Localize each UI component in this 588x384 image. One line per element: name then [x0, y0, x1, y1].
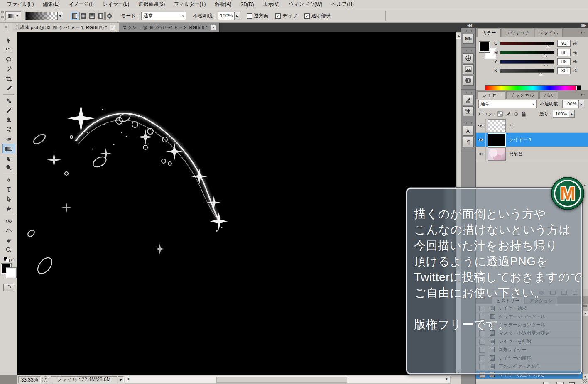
layer-fill-input[interactable]: 100%	[553, 110, 569, 118]
expand-panels-icon[interactable]: ▶▶	[581, 23, 586, 27]
menu-image[interactable]: イメージ(I)	[64, 0, 98, 9]
panel-menu-icon[interactable]: ▾≡	[579, 30, 586, 35]
zoom-tool-button[interactable]	[2, 245, 15, 254]
gradient-type-radial-button[interactable]	[79, 12, 87, 20]
new-document-from-state-button[interactable]	[543, 382, 551, 384]
marquee-tool-button[interactable]	[2, 45, 15, 55]
lock-position-icon[interactable]	[513, 111, 519, 117]
history-scrollbar[interactable]: ▲ ▼	[582, 304, 588, 380]
healing-brush-tool-button[interactable]	[2, 96, 15, 105]
layer-thumbnail[interactable]	[488, 133, 506, 147]
drag-handle[interactable]	[464, 30, 473, 32]
eyedropper-tool-button[interactable]	[2, 83, 15, 93]
menu-edit[interactable]: 編集(E)	[38, 0, 64, 9]
layer-opacity-input[interactable]: 100%	[562, 100, 579, 108]
menu-layer[interactable]: レイヤー(L)	[98, 0, 134, 9]
close-icon[interactable]: ×	[211, 25, 216, 30]
cyan-value-input[interactable]: 93	[557, 40, 571, 47]
scroll-up-icon[interactable]: ▲	[456, 32, 462, 38]
clone-source-panel-button[interactable]	[463, 106, 474, 116]
resize-grip-icon[interactable]	[582, 378, 587, 383]
drag-handle[interactable]	[464, 122, 473, 124]
doc-tab-inactive[interactable]: スクショ @ 66.7% (レイヤー 9, RGB/8) * ×	[119, 23, 220, 32]
scroll-up-icon[interactable]: ▲	[583, 310, 588, 316]
layer-row-hasshadai[interactable]: 発射台	[476, 147, 588, 161]
paragraph-panel-button[interactable]: ¶	[463, 137, 474, 147]
background-color-swatch[interactable]	[6, 268, 16, 278]
visibility-toggle[interactable]	[476, 133, 486, 147]
pen-tool-button[interactable]	[2, 175, 15, 185]
layer-blend-mode-select[interactable]: 通常 ˅	[478, 100, 537, 108]
layer-row-shiru[interactable]: 汁	[476, 119, 588, 133]
brush-presets-panel-button[interactable]	[463, 95, 474, 105]
scroll-left-icon[interactable]: ◀	[127, 377, 129, 381]
menu-file[interactable]: ファイル(F)	[2, 0, 38, 9]
foreground-color-swatch[interactable]	[479, 42, 490, 52]
black-slider[interactable]	[500, 69, 554, 73]
new-snapshot-button[interactable]	[556, 382, 564, 384]
path-select-tool-button[interactable]	[2, 194, 15, 204]
dodge-tool-button[interactable]	[2, 163, 15, 172]
panel-menu-icon[interactable]: ▾≡	[579, 92, 586, 97]
lock-all-icon[interactable]	[521, 111, 526, 117]
layer-thumbnail[interactable]	[488, 119, 506, 132]
document-canvas[interactable]	[17, 32, 456, 375]
black-slider-thumb[interactable]	[539, 73, 543, 76]
lock-pixels-icon[interactable]	[505, 111, 511, 117]
gradient-picker-button[interactable]: ▾	[58, 12, 63, 20]
collapse-panels-icon[interactable]: ◀◀	[467, 23, 471, 27]
options-drag-handle[interactable]	[1, 11, 4, 20]
tab-styles[interactable]: スタイル	[535, 29, 563, 37]
layer-name[interactable]: レイヤー 1	[509, 137, 532, 143]
visibility-toggle[interactable]	[476, 119, 486, 133]
yellow-value-input[interactable]: 89	[557, 58, 571, 65]
hand-tool-button[interactable]	[2, 235, 15, 245]
layer-thumbnail[interactable]	[488, 147, 506, 161]
canvas-horizontal-scrollbar[interactable]: ◀ ▶	[125, 376, 451, 384]
gradient-type-diamond-button[interactable]	[105, 12, 113, 20]
3d-rotate-tool-button[interactable]	[2, 216, 15, 226]
doc-tab-active[interactable]: 汁講座.psd @ 33.3% (レイヤー 1, RGB/8#) * ×	[12, 23, 119, 32]
layer-fill-flyout[interactable]: ▸	[569, 110, 575, 118]
navigator-panel-button[interactable]	[463, 53, 474, 63]
magenta-slider[interactable]	[500, 51, 554, 54]
black-well[interactable]	[576, 86, 581, 90]
layer-row-layer1[interactable]: レイヤー 1	[476, 133, 588, 147]
brush-tool-button[interactable]	[2, 105, 15, 115]
info-panel-button[interactable]: i	[463, 76, 474, 86]
move-tool-button[interactable]	[2, 36, 15, 45]
visibility-toggle[interactable]	[476, 147, 486, 161]
magic-wand-tool-button[interactable]	[2, 64, 15, 74]
layer-opacity-flyout[interactable]: ▸	[579, 100, 584, 108]
gradient-type-reflected-button[interactable]	[97, 12, 105, 20]
type-tool-button[interactable]: T	[2, 185, 15, 194]
tab-layers[interactable]: レイヤー	[478, 91, 505, 99]
smudge-tool-button[interactable]	[2, 153, 15, 163]
dither-checkbox[interactable]: ✓	[275, 13, 281, 19]
menu-filter[interactable]: フィルター(T)	[169, 0, 210, 9]
tool-preset-picker[interactable]: ▾	[5, 11, 21, 20]
swap-colors-icon[interactable]: ⇄	[10, 257, 14, 262]
scroll-right-icon[interactable]: ▶	[446, 377, 448, 381]
layer-name[interactable]: 発射台	[509, 151, 523, 157]
menu-view[interactable]: 表示(V)	[259, 0, 284, 9]
history-brush-tool-button[interactable]	[2, 125, 15, 134]
drag-handle[interactable]	[464, 50, 473, 51]
tab-swatches[interactable]: スウォッチ	[502, 29, 534, 37]
zoom-level-input[interactable]: 33.33%	[18, 376, 41, 383]
toolbar-drag-handle[interactable]	[5, 24, 7, 30]
menu-select[interactable]: 選択範囲(S)	[134, 0, 169, 9]
tab-color[interactable]: カラー	[478, 29, 501, 37]
menu-3d[interactable]: 3D(D)	[236, 1, 259, 8]
yellow-slider-thumb[interactable]	[544, 64, 548, 66]
eraser-tool-button[interactable]	[2, 134, 15, 144]
tab-channels[interactable]: チャンネル	[506, 91, 539, 99]
3d-orbit-tool-button[interactable]	[2, 226, 15, 235]
menu-window[interactable]: ウィンドウ(W)	[284, 0, 327, 9]
tab-paths[interactable]: パス	[539, 91, 558, 99]
quick-mask-button[interactable]	[3, 284, 14, 291]
blend-mode-select[interactable]: 通常 ˅	[141, 12, 186, 20]
yellow-slider[interactable]	[500, 60, 554, 64]
magenta-value-input[interactable]: 88	[557, 49, 571, 56]
gradient-type-angle-button[interactable]	[88, 12, 96, 20]
